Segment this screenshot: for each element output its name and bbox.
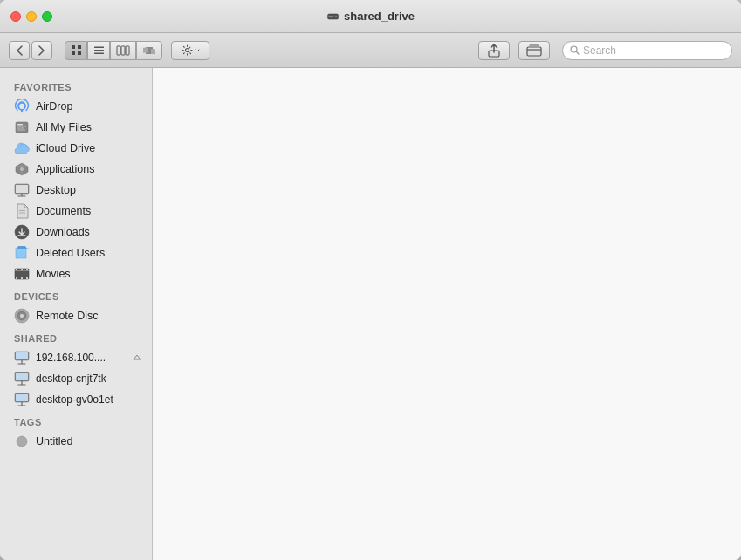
sidebar-item-desktop-cnjt7tk-label: desktop-cnjt7tk <box>36 372 106 385</box>
forward-button[interactable] <box>31 41 52 60</box>
svg-point-27 <box>20 167 24 171</box>
svg-rect-22 <box>16 122 28 133</box>
svg-rect-5 <box>72 51 75 55</box>
svg-rect-11 <box>121 46 125 55</box>
sidebar-item-deleted-users-label: Deleted Users <box>36 247 105 259</box>
sidebar-item-untitled-label: Untitled <box>36 435 72 447</box>
sidebar-item-applications-label: Applications <box>36 163 94 175</box>
svg-rect-36 <box>15 277 29 277</box>
svg-rect-30 <box>19 210 25 211</box>
window-title: shared_drive <box>326 10 415 23</box>
sidebar-item-ip-label: 192.168.100.... <box>36 352 106 364</box>
network-computer-icon <box>14 350 30 365</box>
main-content: Favorites AirDrop <box>0 68 741 560</box>
path-button[interactable] <box>518 41 550 60</box>
sidebar-item-desktop-cnjt7tk[interactable]: desktop-cnjt7tk <box>3 368 148 389</box>
file-area <box>153 68 741 560</box>
svg-rect-40 <box>24 269 25 270</box>
svg-rect-42 <box>16 277 17 279</box>
svg-rect-4 <box>78 45 81 49</box>
svg-rect-14 <box>143 47 148 52</box>
search-box[interactable]: Search <box>562 41 732 60</box>
svg-point-1 <box>335 16 337 17</box>
sidebar-item-all-my-files[interactable]: All My Files <box>3 117 148 138</box>
svg-rect-26 <box>17 130 25 131</box>
sidebar-item-applications[interactable]: Applications <box>3 159 148 180</box>
svg-rect-41 <box>26 269 28 270</box>
svg-point-57 <box>17 436 27 447</box>
toolbar: Search <box>0 33 741 68</box>
sidebar-item-icloud-label: iCloud Drive <box>36 142 95 154</box>
column-view-button[interactable] <box>110 41 136 60</box>
deleted-users-icon <box>14 245 30 261</box>
view-button-group <box>65 41 162 60</box>
favorites-section-header: Favorites <box>0 75 152 96</box>
sidebar-item-desktop-gv0o1et-label: desktop-gv0o1et <box>36 393 113 406</box>
share-button[interactable] <box>478 41 510 60</box>
tag-gray-icon <box>14 434 30 449</box>
svg-rect-9 <box>94 52 104 54</box>
svg-rect-44 <box>21 277 23 279</box>
network-computer-2-icon <box>14 371 30 386</box>
svg-rect-10 <box>117 46 120 55</box>
sidebar-item-movies-label: Movies <box>36 268 71 280</box>
sidebar-item-icloud[interactable]: iCloud Drive <box>3 138 148 159</box>
svg-rect-24 <box>17 126 26 127</box>
all-my-files-icon <box>14 120 30 135</box>
svg-rect-23 <box>17 124 23 126</box>
svg-rect-52 <box>16 352 28 359</box>
icon-view-button[interactable] <box>65 41 87 60</box>
sidebar: Favorites AirDrop <box>0 68 153 560</box>
titlebar: shared_drive <box>0 0 741 33</box>
sidebar-item-deleted-users[interactable]: Deleted Users <box>3 242 148 263</box>
svg-rect-6 <box>78 51 81 55</box>
sidebar-item-movies[interactable]: Movies <box>3 263 148 284</box>
gear-action-button[interactable] <box>171 41 209 60</box>
svg-point-50 <box>21 315 23 317</box>
hdd-title-icon <box>326 10 339 23</box>
sidebar-item-airdrop-label: AirDrop <box>36 100 72 113</box>
sidebar-item-ip[interactable]: 192.168.100.... <box>3 347 148 368</box>
svg-rect-32 <box>19 215 24 215</box>
maximize-button[interactable] <box>42 11 52 22</box>
svg-rect-43 <box>18 277 20 279</box>
network-computer-3-icon <box>14 392 30 407</box>
sidebar-item-downloads[interactable]: Downloads <box>3 222 148 242</box>
list-view-button[interactable] <box>87 41 110 60</box>
svg-rect-2 <box>328 16 333 17</box>
sidebar-item-airdrop[interactable]: AirDrop <box>3 96 148 117</box>
sidebar-item-desktop-gv0o1et[interactable]: desktop-gv0o1et <box>3 389 148 410</box>
search-icon <box>570 45 580 55</box>
devices-section-header: Devices <box>0 284 152 305</box>
coverflow-view-button[interactable] <box>136 41 162 60</box>
movies-icon <box>14 266 30 282</box>
sidebar-item-remote-disc[interactable]: Remote Disc <box>3 305 148 326</box>
svg-rect-38 <box>18 269 20 270</box>
sidebar-item-documents[interactable]: Documents <box>3 201 148 222</box>
svg-rect-56 <box>16 394 28 401</box>
sidebar-item-desktop-label: Desktop <box>36 184 76 196</box>
finder-window: shared_drive <box>0 0 741 560</box>
sidebar-item-documents-label: Documents <box>36 205 91 217</box>
close-button[interactable] <box>10 11 21 22</box>
minimize-button[interactable] <box>26 11 37 22</box>
applications-icon <box>14 161 30 177</box>
back-button[interactable] <box>9 41 30 60</box>
sidebar-item-tag-untitled[interactable]: Untitled <box>3 431 148 452</box>
svg-rect-45 <box>24 277 25 279</box>
chevron-down-icon <box>195 48 200 53</box>
shared-section-header: Shared <box>0 326 152 347</box>
svg-point-16 <box>185 49 189 52</box>
svg-rect-37 <box>16 269 17 270</box>
svg-rect-15 <box>151 48 155 53</box>
downloads-icon <box>14 224 30 240</box>
sidebar-item-all-my-files-label: All My Files <box>36 121 92 133</box>
eject-icon[interactable] <box>133 353 141 362</box>
sidebar-item-downloads-label: Downloads <box>36 226 90 238</box>
documents-icon <box>14 203 30 219</box>
disc-icon <box>14 308 30 324</box>
sidebar-item-desktop[interactable]: Desktop <box>3 180 148 201</box>
svg-rect-46 <box>26 277 28 279</box>
desktop-icon <box>14 182 30 198</box>
nav-button-group <box>9 41 52 60</box>
